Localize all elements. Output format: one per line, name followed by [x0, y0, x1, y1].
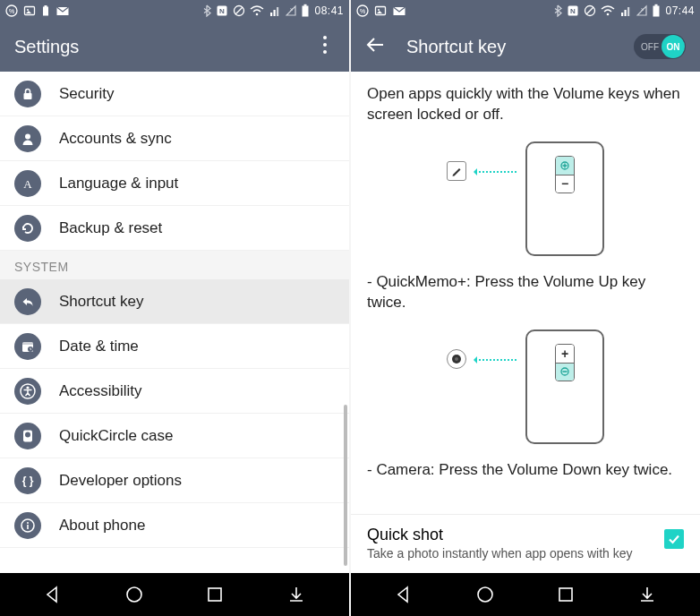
- svg-text:%: %: [360, 8, 365, 14]
- wifi-icon: [250, 4, 264, 17]
- bluetooth-icon: [202, 4, 211, 17]
- language-input-item[interactable]: A Language & input: [0, 161, 349, 206]
- volume-keys: −: [555, 156, 575, 193]
- status-time: 07:44: [665, 4, 695, 17]
- svg-rect-12: [270, 13, 272, 16]
- quickshot-title: Quick shot: [367, 526, 653, 544]
- overflow-menu-icon[interactable]: [315, 28, 335, 66]
- quickshot-item[interactable]: Quick shot Take a photo instantly when a…: [351, 514, 700, 573]
- shortcut-detail[interactable]: Open apps quickly with the Volume keys w…: [351, 72, 700, 514]
- security-item[interactable]: Security: [0, 72, 349, 116]
- action-bar-shortcut: Shortcut key OFF ON: [351, 21, 700, 72]
- download-nav[interactable]: [284, 582, 309, 607]
- status-bar: % N x 07:44: [351, 0, 700, 21]
- developer-options-item[interactable]: { } Developer options: [0, 458, 349, 503]
- quickcircle-item[interactable]: QuickCircle case: [0, 414, 349, 458]
- svg-rect-51: [653, 6, 660, 17]
- svg-point-11: [256, 13, 259, 16]
- shortcut-key-item[interactable]: Shortcut key: [0, 279, 349, 324]
- back-button[interactable]: [365, 35, 385, 59]
- list-label: Security: [59, 85, 114, 103]
- svg-point-57: [478, 587, 492, 602]
- svg-text:{ }: { }: [22, 475, 34, 487]
- toggle-off-label: OFF: [641, 42, 659, 52]
- settings-screen: % N x 08:41 Settings Security: [0, 0, 349, 616]
- camera-diagram: +: [367, 329, 684, 444]
- intro-text: Open apps quickly with the Volume keys w…: [367, 84, 684, 125]
- about-phone-item[interactable]: About phone: [0, 503, 349, 548]
- date-time-item[interactable]: Date & time: [0, 324, 349, 369]
- nfc-box-icon: N: [216, 4, 228, 17]
- back-nav[interactable]: [391, 582, 416, 607]
- svg-rect-34: [27, 525, 29, 529]
- mail-icon: [55, 4, 70, 17]
- svg-point-3: [27, 9, 29, 11]
- backup-reset-item[interactable]: Backup & reset: [0, 206, 349, 251]
- home-nav[interactable]: [122, 582, 147, 607]
- volume-keys: +: [555, 344, 575, 381]
- list-label: QuickCircle case: [59, 427, 174, 445]
- arrow-line: [475, 171, 516, 173]
- svg-point-18: [323, 36, 327, 39]
- signal-null-icon: x: [636, 4, 647, 17]
- svg-text:x: x: [290, 6, 293, 12]
- lock-icon: [14, 81, 41, 107]
- volume-up-key: [556, 157, 574, 175]
- shortcut-toggle[interactable]: OFF ON: [634, 34, 686, 59]
- svg-point-40: [378, 9, 380, 11]
- accounts-sync-item[interactable]: Accounts & sync: [0, 116, 349, 161]
- scroll-indicator[interactable]: [344, 405, 347, 566]
- nav-bar: [351, 573, 700, 616]
- download-nav[interactable]: [635, 582, 660, 607]
- volume-down-key: −: [556, 175, 574, 192]
- svg-rect-5: [45, 5, 47, 7]
- percent-icon: %: [356, 4, 369, 17]
- reply-icon: [14, 288, 41, 315]
- action-bar-settings: Settings: [0, 21, 349, 72]
- nfc-box-icon: N: [567, 4, 579, 17]
- back-nav[interactable]: [40, 582, 65, 607]
- image-icon: [23, 4, 36, 17]
- svg-rect-49: [627, 7, 629, 16]
- svg-text:A: A: [23, 176, 32, 190]
- user-icon: [14, 125, 41, 152]
- no-sim-icon: [584, 4, 596, 17]
- camera-text: - Camera: Press the Volume Down key twic…: [367, 460, 684, 481]
- svg-point-35: [127, 587, 141, 602]
- svg-point-28: [26, 386, 29, 389]
- home-nav[interactable]: [473, 582, 498, 607]
- svg-line-45: [586, 7, 593, 14]
- quickmemo-diagram: −: [367, 141, 684, 256]
- accessibility-icon: [14, 378, 41, 405]
- nav-bar: [0, 573, 349, 616]
- refresh-icon: [14, 215, 41, 242]
- percent-icon: %: [5, 4, 18, 17]
- quickshot-checkbox[interactable]: [664, 529, 684, 549]
- svg-point-20: [323, 50, 327, 54]
- status-time: 08:41: [314, 4, 344, 17]
- mail-icon: [392, 4, 406, 17]
- svg-point-19: [323, 43, 327, 47]
- svg-text:N: N: [571, 7, 576, 15]
- recent-nav[interactable]: [202, 582, 227, 607]
- status-bar: % N x 08:41: [0, 0, 349, 21]
- recent-nav[interactable]: [553, 582, 578, 607]
- svg-point-22: [25, 133, 30, 139]
- list-label: Backup & reset: [59, 219, 162, 237]
- settings-list[interactable]: Security Accounts & sync A Language & in…: [0, 72, 349, 573]
- accessibility-item[interactable]: Accessibility: [0, 369, 349, 414]
- svg-line-10: [235, 7, 243, 14]
- list-label: Language & input: [59, 175, 178, 192]
- camera-lens-icon: [447, 349, 466, 369]
- battery-icon: [301, 4, 310, 18]
- svg-text:N: N: [220, 7, 226, 15]
- svg-rect-25: [22, 342, 33, 345]
- wifi-icon: [601, 4, 615, 17]
- list-label: Accounts & sync: [59, 130, 172, 148]
- svg-rect-47: [621, 13, 623, 16]
- signal-bars-icon: [269, 4, 281, 17]
- svg-text:x: x: [641, 6, 644, 12]
- list-label: Date & time: [59, 338, 139, 355]
- arrow-line: [475, 359, 516, 361]
- svg-rect-13: [274, 10, 276, 16]
